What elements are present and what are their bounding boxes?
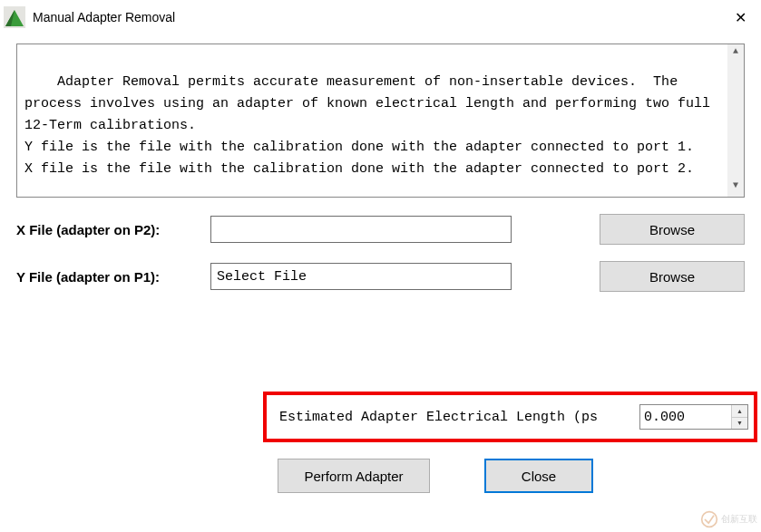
y-file-label: Y File (adapter on P1): — [16, 269, 198, 285]
info-textarea[interactable]: Adapter Removal permits accurate measure… — [16, 44, 745, 198]
app-icon — [4, 6, 25, 28]
estimated-length-spinner[interactable]: ▲ ▼ — [639, 404, 748, 430]
spinner-buttons: ▲ ▼ — [731, 405, 747, 429]
x-file-row: X File (adapter on P2): Browse — [16, 214, 745, 245]
watermark-text: 创新互联 — [721, 513, 757, 526]
svg-point-3 — [702, 512, 717, 527]
window-title: Manual Adapter Removal — [33, 10, 175, 24]
spinner-down-icon[interactable]: ▼ — [732, 418, 747, 430]
watermark: 创新互联 — [700, 510, 757, 528]
close-icon: ✕ — [735, 9, 746, 26]
x-file-label: X File (adapter on P2): — [16, 222, 198, 237]
y-file-browse-button[interactable]: Browse — [600, 261, 745, 292]
action-row: Perform Adapter Close — [278, 459, 745, 493]
y-file-row: Y File (adapter on P1): Browse — [16, 261, 745, 292]
info-text: Adapter Removal permits accurate measure… — [24, 74, 718, 177]
scroll-down-icon[interactable]: ▼ — [733, 180, 738, 195]
estimated-length-label: Estimated Adapter Electrical Length (ps — [279, 410, 665, 425]
dialog-content: Adapter Removal permits accurate measure… — [0, 34, 761, 502]
scrollbar[interactable]: ▲ ▼ — [727, 44, 744, 197]
estimated-length-row: Estimated Adapter Electrical Length (ps … — [263, 392, 757, 442]
spinner-up-icon[interactable]: ▲ — [732, 405, 747, 418]
titlebar: Manual Adapter Removal ✕ — [0, 0, 761, 34]
y-file-input[interactable] — [210, 263, 512, 290]
estimated-length-input[interactable] — [640, 405, 731, 429]
window-close-button[interactable]: ✕ — [719, 0, 761, 34]
close-button[interactable]: Close — [484, 459, 593, 493]
x-file-input[interactable] — [210, 216, 512, 243]
scroll-up-icon[interactable]: ▲ — [733, 46, 738, 61]
x-file-browse-button[interactable]: Browse — [600, 214, 745, 245]
perform-adapter-button[interactable]: Perform Adapter — [278, 459, 430, 493]
